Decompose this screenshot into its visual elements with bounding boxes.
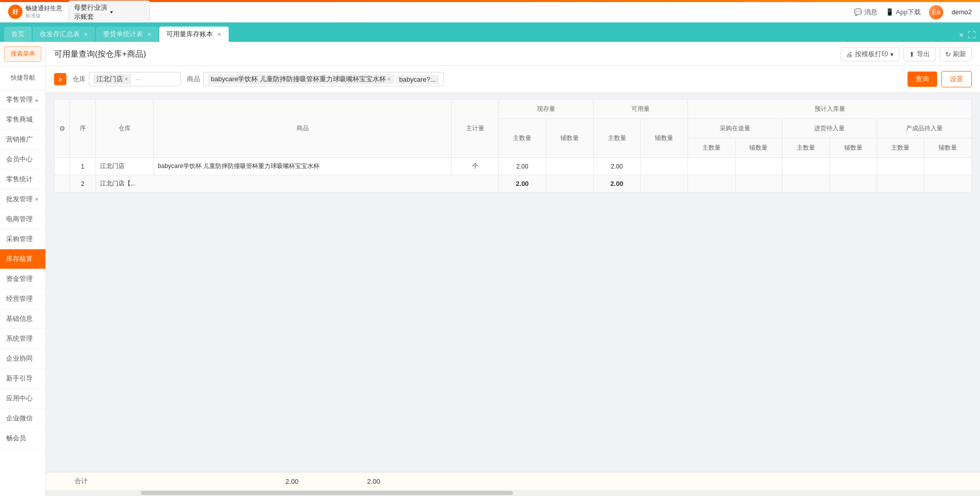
sidebar-item-app-center[interactable]: 应用中心 <box>0 389 45 409</box>
table-container[interactable]: ⚙ 序 仓库 商品 主计量 现存量 可用量 预计入库量 主数量 辅数量 主数量 <box>46 93 980 471</box>
product-in-header: 产成品待入量 <box>877 119 971 138</box>
purchase-transit-header: 采购在途量 <box>688 119 782 138</box>
row-settings[interactable] <box>55 158 70 175</box>
warehouse-filter-input[interactable]: 江北门店 × ··· <box>89 72 181 86</box>
sidebar-item-member-label: 会员中心 <box>6 155 33 164</box>
tab-close-all-button[interactable]: × <box>959 31 964 40</box>
tab-available-stock-close[interactable]: × <box>217 31 221 38</box>
warehouse-filter-label: 仓库 <box>72 75 86 84</box>
product-filter-tag-2: babycare?... <box>396 75 439 84</box>
sidebar-item-marketing[interactable]: 营销推广 <box>0 130 45 150</box>
col-product-header: 商品 <box>154 100 451 158</box>
col-warehouse-header: 仓库 <box>95 100 154 158</box>
product-filter-group: 商品 babycare学饮杯 儿童防摔防撞吸管杯重力球吸嘴杯宝宝水杯 × bab… <box>187 72 444 86</box>
print-label: 按模板打印 <box>855 50 888 59</box>
group-index: 2 <box>70 175 96 193</box>
sidebar-item-basic[interactable]: 基础信息 <box>0 309 45 329</box>
group-stock-aux <box>546 175 594 193</box>
filter-area: » 仓库 江北门店 × ··· 商品 babycare学饮杯 儿童防摔防撞吸管杯… <box>46 66 980 93</box>
sidebar-item-ecommerce[interactable]: 电商管理 <box>0 209 45 229</box>
filter-action-buttons: 查询 设置 <box>908 71 972 87</box>
sidebar-item-basic-label: 基础信息 <box>6 314 33 323</box>
avatar-text: Ea <box>932 8 940 16</box>
warehouse-tag-close-icon[interactable]: × <box>125 76 128 83</box>
sidebar-item-operations[interactable]: 经营管理 <box>0 289 45 309</box>
sidebar-item-retail-mall-label: 零售商城 <box>6 115 33 124</box>
sidebar-item-purchase[interactable]: 采购管理 <box>0 229 45 249</box>
sidebar-item-enterprise[interactable]: 企业协同 <box>0 349 45 369</box>
row-available-aux <box>641 158 688 175</box>
filter-expand-button[interactable]: » <box>54 73 66 85</box>
tab-receive-label: 收发存汇总表 <box>40 30 80 39</box>
query-button[interactable]: 查询 <box>908 72 937 87</box>
sidebar-item-finance[interactable]: 资金管理 <box>0 269 45 289</box>
app-sub: 标准版 <box>26 12 62 19</box>
scroll-bar-area[interactable] <box>46 490 980 496</box>
row-index: 1 <box>70 158 96 175</box>
org-name: 母婴行业演示账套 <box>74 3 108 21</box>
download-label: App下载 <box>896 8 921 17</box>
row-product-in-main <box>877 158 924 175</box>
group-product-in-main <box>877 175 924 193</box>
group-settings <box>55 175 70 193</box>
refresh-label: 刷新 <box>953 50 966 59</box>
tab-receive-close[interactable]: × <box>84 31 88 38</box>
sidebar-item-marketing-label: 营销推广 <box>6 135 33 144</box>
sidebar-item-system[interactable]: 系统管理 <box>0 329 45 349</box>
message-button[interactable]: 💬 消息 <box>854 8 877 17</box>
print-button[interactable]: 🖨 按模板打印 ▾ <box>841 47 899 61</box>
group-stock-main: 2.00 <box>499 175 546 193</box>
content-area: 可用量查询(按仓库+商品) 🖨 按模板打印 ▾ ⬆ 导出 ↻ 刷新 » <box>46 42 980 496</box>
search-menu-button[interactable]: 搜索菜单 <box>4 46 41 62</box>
download-icon: 📱 <box>886 8 894 16</box>
tab-order-stats-label: 要货单统计表 <box>103 30 143 39</box>
avatar[interactable]: Ea <box>929 5 943 19</box>
sidebar-item-newbie[interactable]: 新手引导 <box>0 369 45 389</box>
incoming-main-header: 主数量 <box>782 138 830 158</box>
tab-receive[interactable]: 收发存汇总表 × <box>33 27 95 42</box>
export-button[interactable]: ⬆ 导出 <box>903 47 936 61</box>
warehouse-filter-more[interactable]: ··· <box>133 76 142 83</box>
product-in-aux-header: 辅数量 <box>924 138 972 158</box>
tab-order-stats[interactable]: 要货单统计表 × <box>96 27 158 42</box>
product-tag-close-icon-1[interactable]: × <box>387 76 391 83</box>
product-tag-value-2: babycare?... <box>399 76 436 83</box>
chevron-up-icon: ▲ <box>34 97 39 103</box>
sidebar-item-wechat-work-label: 企业微信 <box>6 414 33 423</box>
sidebar-item-retail-mall[interactable]: 零售商城 <box>0 110 45 130</box>
settings-button[interactable]: 设置 <box>941 71 972 87</box>
app-download-button[interactable]: 📱 App下载 <box>886 8 921 17</box>
product-filter-tag-1: babycare学饮杯 儿童防摔防撞吸管杯重力球吸嘴杯宝宝水杯 × <box>208 74 394 84</box>
group-product-in-aux <box>924 175 972 193</box>
footer-stock-main: 2.00 <box>272 478 312 485</box>
sidebar-item-wholesale[interactable]: 批发管理 ▼ <box>0 190 45 209</box>
row-stock-aux <box>546 158 594 175</box>
row-unit: 个 <box>451 158 499 175</box>
sidebar-item-inventory-label: 库存核算 <box>6 254 33 264</box>
sidebar-item-member[interactable]: 会员中心 <box>0 150 45 170</box>
refresh-button[interactable]: ↻ 刷新 <box>940 47 972 61</box>
main-layout: 搜索菜单 快捷导航 零售管理 ▲ 零售商城 营销推广 会员中心 零售统计 批发管… <box>0 42 980 496</box>
product-filter-input[interactable]: babycare学饮杯 儿童防摔防撞吸管杯重力球吸嘴杯宝宝水杯 × babyca… <box>203 72 444 86</box>
sidebar-item-member-plus[interactable]: 畅会员 <box>0 429 45 448</box>
sidebar-item-wechat-work[interactable]: 企业微信 <box>0 409 45 429</box>
sidebar-item-retail-mgmt[interactable]: 零售管理 ▲ <box>0 90 45 110</box>
org-selector[interactable]: 母婴行业演示账套 ▾ <box>68 1 150 24</box>
sidebar-item-retail-mgmt-label: 零售管理 <box>6 95 33 104</box>
tab-expand-button[interactable]: ⛶ <box>968 31 976 40</box>
tab-available-stock[interactable]: 可用量库存账本 × <box>159 27 228 42</box>
print-chevron-icon: ▾ <box>890 51 894 58</box>
tab-order-stats-close[interactable]: × <box>147 31 151 38</box>
chevron-down-icon: ▼ <box>34 197 39 202</box>
scroll-bar-thumb[interactable] <box>141 491 513 495</box>
col-settings-header[interactable]: ⚙ <box>55 100 70 158</box>
sidebar-item-app-center-label: 应用中心 <box>6 394 33 403</box>
sidebar-item-inventory[interactable]: 库存核算 <box>0 249 45 269</box>
tab-home[interactable]: 首页 <box>4 27 32 42</box>
app-name: 畅捷通好生意 <box>26 5 62 12</box>
row-stock-main: 2.00 <box>499 158 546 175</box>
sidebar-quick-nav[interactable]: 快捷导航 <box>0 69 45 86</box>
top-bar-left: 好 畅捷通好生意 标准版 母婴行业演示账套 ▾ <box>8 1 150 24</box>
sidebar-item-retail-stats[interactable]: 零售统计 <box>0 170 45 190</box>
sidebar-item-wholesale-label: 批发管理 <box>6 195 33 204</box>
